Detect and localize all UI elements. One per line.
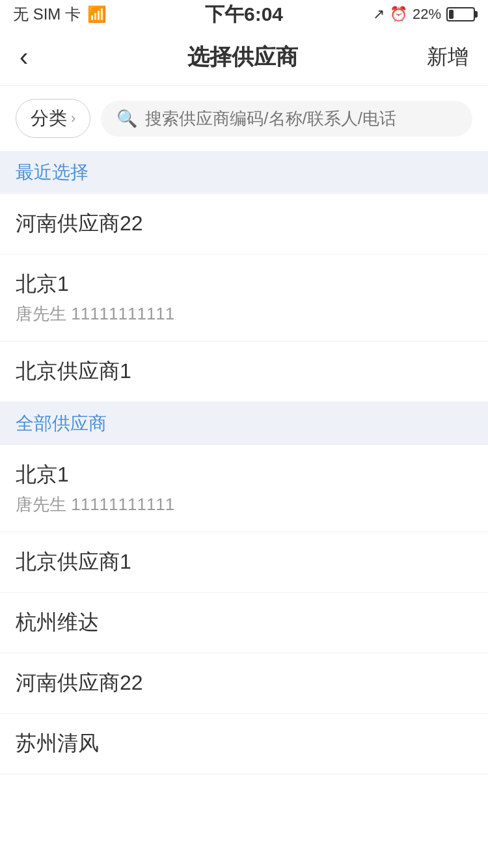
recent-section-label: 最近选择 — [16, 162, 88, 182]
all-items-list: 北京1唐先生 11111111111北京供应商1杭州维达河南供应商22苏州清风 — [0, 445, 488, 774]
alarm-icon: ⏰ — [390, 6, 407, 23]
page-title: 选择供应商 — [187, 42, 298, 72]
search-input-wrap: 🔍 — [101, 101, 472, 137]
list-item[interactable]: 河南供应商22 — [0, 194, 488, 254]
location-icon: ↗ — [373, 6, 385, 23]
list-item[interactable]: 北京1唐先生 11111111111 — [0, 445, 488, 532]
status-right: ↗ ⏰ 22% — [373, 6, 475, 23]
list-item[interactable]: 北京供应商1 — [0, 532, 488, 593]
status-time: 下午6:04 — [205, 1, 283, 28]
search-area: 分类 › 🔍 — [0, 86, 488, 151]
battery-percent: 22% — [413, 6, 441, 23]
all-section-label: 全部供应商 — [16, 413, 107, 433]
list-item[interactable]: 杭州维达 — [0, 593, 488, 653]
wifi-icon: 📶 — [87, 5, 107, 23]
item-name: 北京供应商1 — [16, 548, 472, 576]
item-name: 北京1 — [16, 461, 472, 489]
add-button[interactable]: 新增 — [427, 43, 468, 72]
item-name: 北京1 — [16, 270, 472, 299]
list-item[interactable]: 北京1唐先生 11111111111 — [0, 254, 488, 342]
category-button[interactable]: 分类 › — [16, 99, 90, 138]
all-section-header: 全部供应商 — [0, 402, 488, 445]
item-name: 河南供应商22 — [16, 669, 472, 698]
item-name: 苏州清风 — [16, 729, 472, 758]
item-sub: 唐先生 11111111111 — [16, 303, 472, 325]
battery-icon — [446, 7, 475, 21]
search-icon: 🔍 — [116, 109, 137, 129]
item-name: 河南供应商22 — [16, 210, 472, 238]
back-button[interactable]: ‹ — [20, 42, 59, 72]
item-sub: 唐先生 11111111111 — [16, 493, 472, 516]
list-item[interactable]: 北京供应商1 — [0, 342, 488, 402]
nav-bar: ‹ 选择供应商 新增 — [0, 29, 488, 86]
recent-items-list: 河南供应商22北京1唐先生 11111111111北京供应商1 — [0, 194, 488, 402]
search-input[interactable] — [145, 109, 457, 129]
list-item[interactable]: 苏州清风 — [0, 714, 488, 774]
list-item[interactable]: 河南供应商22 — [0, 653, 488, 714]
item-name: 北京供应商1 — [16, 357, 472, 386]
chevron-right-icon: › — [71, 110, 75, 127]
status-left: 无 SIM 卡 📶 — [13, 4, 107, 25]
recent-section-header: 最近选择 — [0, 151, 488, 194]
category-label: 分类 — [31, 106, 67, 131]
status-bar: 无 SIM 卡 📶 下午6:04 ↗ ⏰ 22% — [0, 0, 488, 29]
item-name: 杭州维达 — [16, 608, 472, 637]
sim-text: 无 SIM 卡 — [13, 4, 81, 25]
